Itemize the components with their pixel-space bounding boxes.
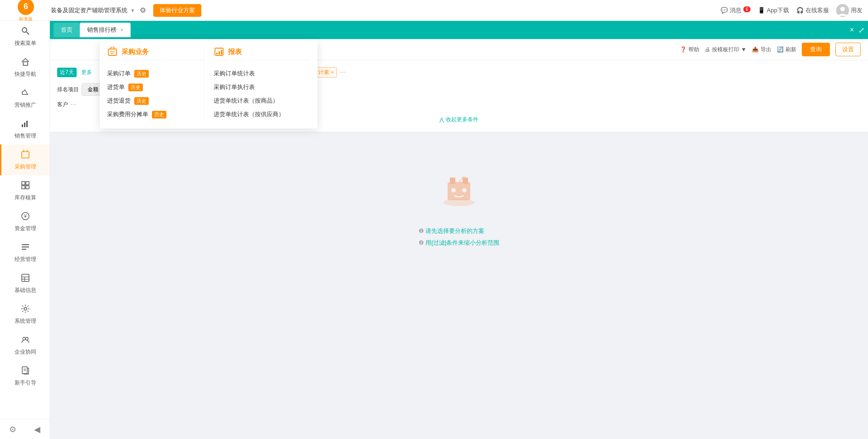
- sidebar-bottom: ⚙ ◀: [0, 419, 49, 439]
- goods-more-btn[interactable]: ···: [340, 68, 346, 76]
- sidebar-label-inventory: 库存核算: [15, 194, 36, 202]
- svg-point-25: [25, 337, 28, 340]
- sidebar-label-marketing: 营销推广: [15, 101, 36, 109]
- sidebar-collapse-icon[interactable]: ◀: [34, 424, 40, 434]
- svg-point-24: [23, 337, 25, 340]
- sidebar-label-guide: 新手引导: [15, 379, 36, 387]
- topbar-right: 💬 消息 6 📱 App下载 🎧 在线客服 用友: [721, 4, 863, 17]
- online-service-item[interactable]: 🎧 在线客服: [796, 6, 829, 15]
- dropdown-item-purchase-expense[interactable]: 采购费用分摊单 历史: [107, 108, 204, 121]
- sidebar-label-quick-nav: 快捷导航: [15, 70, 36, 78]
- svg-rect-13: [26, 186, 29, 189]
- print-dropdown-icon[interactable]: ▼: [741, 46, 746, 53]
- export-icon: 📤: [752, 46, 759, 53]
- collapse-up-icon: ⋀: [439, 117, 444, 123]
- settings-icon[interactable]: ⚙: [140, 6, 146, 15]
- inventory-icon: [21, 181, 30, 192]
- dropdown-section-reports: 报表 采购订单统计表 采购订单执行表 进货单统计表（按商品） 进货单统计表（按供…: [204, 46, 311, 121]
- rank-label: 排名项目: [57, 86, 79, 94]
- user-item[interactable]: 用友: [836, 4, 863, 17]
- sidebar-bottom-settings-icon[interactable]: ⚙: [9, 424, 16, 434]
- basic-icon: [21, 273, 30, 285]
- sidebar-item-marketing[interactable]: 营销推广: [0, 83, 49, 113]
- query-button[interactable]: 查询: [802, 43, 830, 56]
- svg-point-23: [24, 307, 27, 310]
- settings-button[interactable]: 设置: [835, 43, 861, 56]
- date-7d-btn[interactable]: 近7天: [57, 68, 77, 77]
- help-icon: ❓: [680, 46, 687, 53]
- messages-item[interactable]: 💬 消息 6: [721, 6, 751, 15]
- app-download-item[interactable]: 📱 App下载: [758, 6, 789, 15]
- dropdown-item-stock-return[interactable]: 进货退货 历史: [107, 94, 204, 108]
- dropdown-item-purchase-order-exec[interactable]: 采购订单执行表: [214, 80, 311, 94]
- customer-label: 客户: [57, 101, 68, 109]
- sidebar-item-search[interactable]: 搜索菜单: [0, 21, 49, 52]
- empty-state: ❶ 请先选择要分析的方案 ❷ 用[过滤]条件来缩小分析范围: [50, 132, 868, 285]
- dropdown-section-purchase-business: 采购业务 采购订单 历史 进货单 历史 进货退货 历史 采购费用分摊单 历史: [107, 46, 204, 121]
- sidebar-item-basic[interactable]: 基础信息: [0, 268, 49, 299]
- sidebar-item-quick-nav[interactable]: 快捷导航: [0, 52, 49, 83]
- print-template-button[interactable]: 🖨 按模板打印 ▼: [705, 46, 746, 54]
- sidebar-item-enterprise[interactable]: 企业协同: [0, 330, 49, 360]
- sales-icon: [21, 119, 30, 130]
- dropdown-item-stock-stats-by-supplier[interactable]: 进货单统计表（按供应商）: [214, 108, 311, 121]
- sidebar-label-search: 搜索菜单: [15, 39, 36, 47]
- tab-home[interactable]: 首页: [54, 23, 80, 37]
- purchase-icon: [21, 150, 30, 161]
- tab-home-label: 首页: [61, 26, 73, 34]
- svg-rect-30: [448, 182, 470, 200]
- svg-rect-31: [450, 178, 455, 184]
- sidebar-item-sales[interactable]: 销售管理: [0, 113, 49, 144]
- refresh-button[interactable]: 🔄 刷新: [777, 46, 796, 54]
- system-dropdown-arrow[interactable]: ▼: [130, 8, 135, 13]
- svg-rect-11: [26, 182, 29, 185]
- help-button[interactable]: ❓ 帮助: [680, 46, 699, 54]
- svg-rect-12: [22, 186, 25, 189]
- sidebar-item-guide[interactable]: 新手引导: [0, 360, 49, 391]
- empty-tip: ❶ 请先选择要分析的方案 ❷ 用[过滤]条件来缩小分析范围: [419, 225, 500, 249]
- tab-close-icon[interactable]: ×: [120, 27, 123, 33]
- sidebar-label-purchase: 采购管理: [15, 163, 36, 171]
- logo-subtext: 标准版: [19, 16, 33, 22]
- tab-expand-icon[interactable]: ⤢: [858, 26, 864, 35]
- sidebar-label-enterprise: 企业协同: [15, 348, 36, 356]
- export-button[interactable]: 📤 导出: [752, 46, 771, 54]
- sidebar-item-inventory[interactable]: 库存核算: [0, 175, 49, 206]
- tab-close-all-icon[interactable]: ×: [850, 26, 854, 35]
- sidebar-item-system[interactable]: 系统管理: [0, 299, 49, 330]
- marketing-icon: [21, 88, 30, 99]
- dropdown-item-stock-stats-by-goods[interactable]: 进货单统计表（按商品）: [214, 94, 311, 108]
- layout: 搜索菜单 快捷导航 营销推广 销售管理 采购管理: [0, 21, 868, 439]
- history-badge-0: 历史: [134, 70, 149, 78]
- print-icon: 🖨: [705, 46, 710, 53]
- sidebar-item-finance[interactable]: ¥ 资金管理: [0, 206, 49, 237]
- system-name: 装备及固定资产辅助管理系统: [51, 6, 127, 15]
- dropdown-item-stock-in[interactable]: 进货单 历史: [107, 80, 204, 94]
- avatar: [836, 4, 849, 17]
- reports-section-icon: [214, 46, 224, 57]
- dropdown-item-purchase-order-stats[interactable]: 采购订单统计表: [214, 67, 311, 80]
- customer-filter: 客户 ···: [57, 100, 77, 109]
- svg-rect-7: [26, 121, 28, 127]
- operation-icon: [21, 242, 30, 254]
- svg-point-34: [462, 188, 467, 192]
- svg-rect-10: [22, 182, 25, 185]
- industry-button[interactable]: 体验行业方案: [153, 4, 201, 17]
- home-icon: [21, 57, 30, 69]
- svg-rect-8: [29, 122, 29, 127]
- dropdown-section-title-purchase: 采购业务: [107, 46, 204, 60]
- goods-tag-close[interactable]: ×: [331, 69, 334, 75]
- customer-more-btn[interactable]: ···: [71, 100, 77, 109]
- sidebar-label-sales: 销售管理: [15, 132, 36, 140]
- tab-sales-ranking[interactable]: 销售排行榜 ×: [80, 23, 131, 37]
- sidebar-item-purchase[interactable]: 采购管理: [0, 144, 49, 175]
- svg-rect-17: [22, 247, 29, 247]
- sidebar-item-operation[interactable]: 经营管理: [0, 237, 49, 268]
- date-more-btn[interactable]: 更多: [78, 68, 95, 77]
- headset-icon: 🎧: [796, 7, 804, 14]
- message-icon: 💬: [721, 7, 728, 14]
- sidebar-label-operation: 经营管理: [15, 256, 36, 263]
- svg-rect-4: [23, 62, 28, 65]
- dropdown-section-title-reports: 报表: [214, 46, 311, 60]
- dropdown-item-purchase-order[interactable]: 采购订单 历史: [107, 67, 204, 80]
